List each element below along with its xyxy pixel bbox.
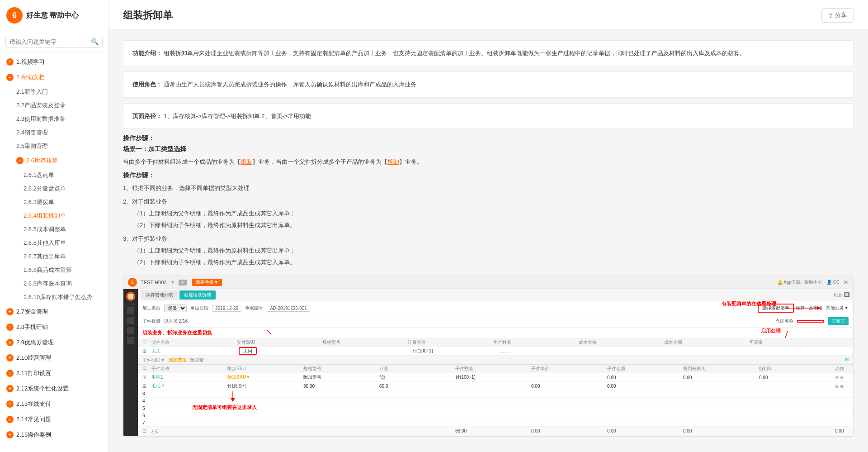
assembly-link[interactable]: 组装 [241,158,252,165]
mock-lower-row6: 6 [138,412,853,419]
disassembly-link[interactable]: 拆卸 [387,158,399,165]
search-input[interactable] [9,38,91,45]
scene1-title: 场景一：加工类型选择 [123,145,186,152]
sidebar-item-mobile[interactable]: + 2.8手机旺铺 [0,319,108,335]
mock-lth-action: 动作 [835,366,849,372]
expand-icon: + [6,58,14,66]
sidebar-item-stockerr[interactable]: 2.6.10库存账本错了怎么办 [0,290,108,304]
mock-row1-name: 关关 [151,348,239,354]
intro-label: 功能介绍： [132,50,162,57]
mock-form-type-label: 加工类型 [142,305,160,311]
sidebar-item-inventory[interactable]: − 2.6库存核算 [0,153,108,168]
mock-lower-row2: ☑ 毛毛 2 付(总总+) 30.00 60.0 0.00 0.00 ⊕ ⊗ [138,382,853,390]
svg-rect-0 [128,294,133,299]
sidebar-item-docs[interactable]: − 2.帮助文档 [0,70,108,85]
mock-lr1-costval: 0.00 [607,375,683,380]
mock-lower-tab2[interactable]: 附加费用 [169,357,187,363]
mock-lower-rows: ☑ 毛毛1 附加SKU▼ 附加型号 *总 付(100+1) 0.00 0.00 … [138,373,853,427]
path-block: 页面路径： 1、库存核算->库存管理->组装拆卸单 2、首页->常用功能 [123,103,854,129]
step3: 3、对于拆装业务 [123,233,854,245]
intro-block: 功能介绍： 组装拆卸单用来处理企业组装或拆卸等加工业务，支持有固定装配清单的产品… [123,40,854,66]
sidebar-item-install[interactable]: 2.2产品安装及登录 [0,99,108,112]
sidebar-item-stockcheck[interactable]: 2.6.9库存账本查询 [0,277,108,290]
expand-icon-ops: + [6,354,14,362]
mock-content-area: 库存管理列表 新建组装拆卸 刷新 🔲 加工类型 组装 单据日期 2019-12-… [138,289,853,436]
screenshot-container: 6 TEST-H002 ▼ ⊙ 新建单据▼ 🔔 App下载 帮助中心 👤 CC … [123,276,854,437]
sidebar-item-stockcount[interactable]: 2.6.1盘点单 [0,168,108,182]
mock-lower-row3: 3 [138,390,853,398]
sidebar-item-onlinepay[interactable]: + 2.13在线支付 [0,396,108,412]
mock-footer-s3 [379,428,455,435]
mock-tab-new[interactable]: 新建组装拆卸 [179,290,216,300]
sidebar-item-partition[interactable]: 2.6.2分量盘点单 [0,182,108,195]
role-block: 使用角色： 通常由生产人员或库管人员完成拆装业务的操作，库管人员确认原材料的出库… [123,71,854,97]
mock-row1-check: ☑ [142,349,151,354]
sidebar-item-faq[interactable]: + 2.14常见问题 [0,412,108,427]
expand-icon-mobile: + [6,324,14,331]
mock-row1-unit: 付(100+1) [413,348,500,354]
mock-icon5 [127,337,134,344]
mock-total-count-val: 以人员 2/16 [164,318,188,324]
sidebar-item-video[interactable]: + 1.视频学习 [0,54,108,70]
mock-confirm-btn[interactable]: 完整完 [828,317,849,325]
sidebar-item-usecase[interactable]: + 2.15操作案例 [0,427,108,442]
mock-lth-qty: 子件数量 [455,366,531,372]
expand-icon-onlinepay: + [6,400,14,408]
mock-lr1-diff: 0.00 [683,375,759,380]
mock-footer-s2 [303,428,379,435]
sidebar-item-otheroutstock[interactable]: 2.6.7其他出库单 [0,250,108,263]
sidebar-item-transfer[interactable]: 2.6.3调拨单 [0,195,108,209]
mock-footer-totals: ☐ 小计 88.00 0.00 0.00 0.00 0.00 [138,427,853,436]
mock-footer-action: 0.00 [835,428,849,435]
mock-lower-tab1[interactable]: 子件明细▼ [142,357,165,363]
mock-lr2-action[interactable]: ⊕ ⊗ [835,384,849,389]
svg-marker-3 [231,398,235,402]
mock-lr2-cost: 0.00 [531,384,607,389]
sidebar-item-otherinstock[interactable]: 2.6.6其他入库单 [0,236,108,250]
mock-sku-input[interactable]: 关词 [239,347,257,355]
mock-th-check: ☐ [142,339,151,346]
sidebar-item-finance[interactable]: + 2.7资金管理 [0,304,108,319]
mock-lth-unit: 计量 [379,366,455,372]
share-button[interactable]: ⇧ 分享 [821,8,854,23]
search-icon[interactable]: 🔍 [91,38,99,45]
mock-warehouse-input[interactable] [797,320,824,323]
intro-text: 组装拆卸单用来处理企业组装或拆卸等加工业务，支持有固定装配清单的产品加工业务，也… [164,50,745,57]
role-text: 通常由生产人员或库管人员完成拆装业务的操作，库管人员确认原材料的出库和产成品的入… [164,81,416,88]
mock-lth-avail: 拆扣U [759,366,835,372]
sidebar-item-newbie[interactable]: 2.1新手入门 [0,85,108,99]
sidebar-item-coupon[interactable]: + 2.9优惠券管理 [0,335,108,350]
mock-lr1-action[interactable]: ⊕ ⊗ [835,375,849,380]
sidebar-item-purchase[interactable]: 2.5采购管理 [0,139,108,153]
mock-lr1-avail: 0.00 [759,375,835,380]
step3-2: （2）下部明细为子件明细，最终作为产成品生成其它入库单。 [134,257,854,268]
sidebar-item-sales[interactable]: 2.4销售管理 [0,126,108,139]
mock-icon-bar [123,289,138,436]
mock-lr1-unit: *总 [379,374,455,381]
share-icon: ⇧ [828,12,833,19]
mock-footer-s1 [227,428,303,435]
sidebar-item-ops[interactable]: + 2.10经营管理 [0,350,108,366]
mock-annotation4: 无固定清单可组装在这里录入 [192,404,257,411]
search-box[interactable]: 🔍 [5,36,103,48]
expand-icon-usecase: + [6,431,14,438]
sidebar-item-prepare[interactable]: 2.3使用前数据准备 [0,112,108,126]
sidebar-item-sysconfig[interactable]: + 2.12系统个性化设置 [0,381,108,396]
mock-icons: 🔔 App下载 帮助中心 👤 CC [777,279,840,285]
mock-new-doc-btn[interactable]: 新建单据▼ [192,279,222,286]
mock-type-select[interactable]: 组装 [164,305,187,312]
mock-lth-diff: 费用分摊比 [683,366,759,372]
mock-lr1-sku: 附加SKU▼ [227,374,303,381]
mock-lower-spacer [208,357,841,363]
mock-lower-row7: 7 [138,419,853,427]
sidebar-item-goodscost[interactable]: 2.6.8商品成本重算 [0,263,108,277]
mock-lr2-name: 毛毛 2 [151,383,227,389]
mock-form-date-label: 单据日期 [190,305,208,311]
mock-lth-cost: 子件单价 [531,366,607,372]
mock-tab-list[interactable]: 库存管理列表 [142,290,178,300]
mock-close-icon[interactable]: ✕ [843,279,849,286]
mock-icon3 [127,317,134,324]
sidebar-item-assembly[interactable]: 2.6.4组装拆卸单 [0,209,108,223]
sidebar-item-costadj[interactable]: 2.6.5成本调整单 [0,223,108,236]
sidebar-item-print[interactable]: + 2.11打印设置 [0,366,108,381]
